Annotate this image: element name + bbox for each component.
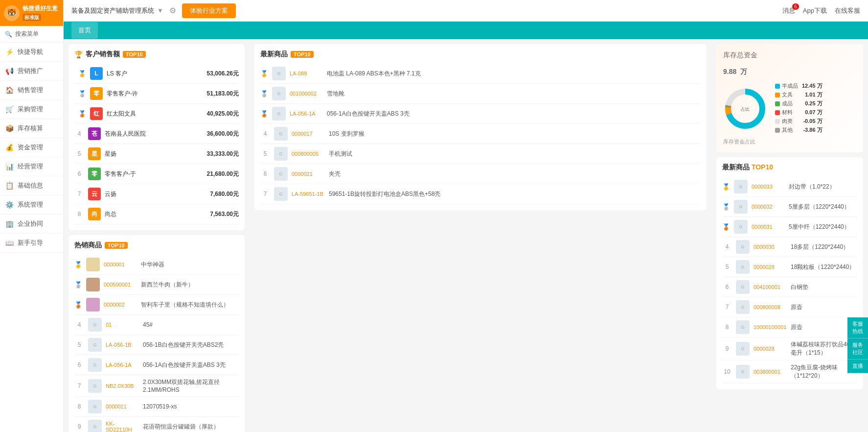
sidebar-search[interactable]: 🔍 搜索菜单: [0, 26, 63, 43]
purchase-icon: 🛒: [5, 105, 14, 114]
sidebar-item-guide[interactable]: 📖新手引导: [0, 234, 63, 253]
hot-product-item: 6GLA-056-1A056-1A白色按键开关盖ABS 3壳: [74, 355, 239, 375]
customer-avatar: 零: [90, 87, 103, 100]
legend-item: 成品0.25 万: [775, 100, 822, 107]
legend-value: 0.25 万: [805, 100, 822, 107]
sidebar-item-quick[interactable]: ⚡快捷导航: [0, 43, 63, 62]
sidebar-item-system[interactable]: ⚙️系统管理: [0, 195, 63, 215]
new-product-mid-item: 6G0000021夹壳: [260, 164, 701, 184]
medal-icon: 🥈: [78, 90, 86, 97]
customer-rank-item: 🥉 红 红太阳文具 40,925.00元: [74, 104, 239, 124]
customer-avatar: L: [90, 67, 103, 80]
legend-label: 材料: [782, 109, 801, 116]
inventory-value: 9.88 万: [723, 62, 856, 77]
product-name: 5厘多层（1220*2440）: [789, 203, 857, 211]
rank-number: 8: [74, 403, 84, 410]
online-service-link[interactable]: 在线客服: [835, 6, 860, 15]
sidebar-item-operation[interactable]: 📊经营管理: [0, 157, 63, 176]
medal-icon: 🥇: [722, 183, 730, 191]
sidebar-label-coop: 企业协同: [18, 219, 43, 228]
customer-value: 53,006.26元: [207, 70, 239, 78]
sidebar-item-purchase[interactable]: 🛒采购管理: [0, 100, 63, 119]
message-badge-container[interactable]: 消息 6: [782, 6, 795, 15]
logo-name: 畅捷通好生意: [23, 5, 58, 13]
hot-product-item: 5GLA-056-1B056-1B白色按键开关壳ABS2壳: [74, 335, 239, 355]
customer-name: 零售客户-于: [105, 170, 203, 178]
legend-label: 其他: [782, 126, 799, 134]
product-image-placeholder: G: [88, 318, 102, 332]
topbar-system: 装备及固定资产辅助管理系统 ▼: [71, 6, 163, 15]
operation-icon: 📊: [5, 162, 14, 171]
new-product-right-item: 🥇G0000033封边带（1.0*22）: [722, 177, 857, 197]
legend-color: [775, 101, 780, 106]
sidebar-label-marketing: 营销推广: [18, 67, 43, 75]
sidebar-item-finance[interactable]: 💰资金管理: [0, 138, 63, 157]
product-code: KK-SD22110H: [106, 421, 139, 432]
sidebar-item-sales[interactable]: 🏠销售管理: [0, 81, 63, 100]
new-product-right-item: 🥈G00000325厘多层（1220*2440）: [722, 197, 857, 217]
product-name: 2.0X30MM双搓花轴,搓花直径2.1MM/ROHS: [143, 378, 239, 393]
new-product-right-item: 7G000800008原壶: [722, 297, 857, 317]
customer-avatar: 云: [88, 188, 101, 200]
sidebar-label-finance: 资金管理: [18, 143, 43, 152]
product-image-placeholder: G: [274, 127, 288, 141]
gear-icon[interactable]: ⚙: [169, 6, 176, 15]
rank-number: 4: [722, 243, 732, 250]
rank-number: 7: [74, 191, 84, 197]
product-name: 056-1A白色按键开关盖ABS 3壳: [327, 110, 701, 118]
product-code: 000800008: [754, 304, 787, 310]
new-product-mid-item: 🥉GLA-056-1A056-1A白色按键开关盖ABS 3壳: [260, 104, 701, 124]
product-name: 59651-1B旋转投影灯电池盒ABS黑色+58壳: [329, 190, 701, 198]
sidebar-item-coop[interactable]: 🏢企业协同: [0, 215, 63, 234]
legend-color: [775, 110, 780, 115]
topbar: 装备及固定资产辅助管理系统 ▼ ⚙ 体验行业方案 消息 6 App下载 在线客服: [64, 0, 868, 22]
product-name: 新西兰牛肉（新牛）: [141, 281, 239, 289]
product-image-placeholder: G: [272, 107, 286, 120]
product-name: 花语萌恒温分罐罐袋（厚款）: [143, 423, 239, 431]
customer-value: 36,600.00元: [207, 130, 239, 138]
product-code: 0000002: [104, 302, 137, 308]
medal-icon: 🥉: [722, 223, 730, 231]
customer-value: 7,563.00元: [210, 210, 239, 218]
sales-icon: 🏠: [5, 86, 14, 95]
sidebar-item-inventory[interactable]: 📦库存核算: [0, 119, 63, 138]
sidebar-item-basic[interactable]: 📋基础信息: [0, 176, 63, 195]
product-code: LA-056-1A: [290, 111, 323, 117]
product-image-placeholder: G: [88, 338, 102, 352]
trial-button[interactable]: 体验行业方案: [182, 3, 236, 18]
new-products-right-list: 🥇G0000033封边带（1.0*22）🥈G00000325厘多层（1220*2…: [722, 177, 857, 384]
new-product-right-item: 10G00380000122g鱼豆腐-烧烤味（1*12*20）: [722, 360, 857, 384]
product-image-placeholder: G: [736, 300, 750, 314]
donut-chart: 占比: [723, 87, 767, 131]
live-btn[interactable]: 直播: [847, 360, 868, 373]
product-code: 004100001: [754, 284, 787, 290]
medal-icon: 🥉: [74, 301, 82, 309]
sidebar-item-marketing[interactable]: 📢营销推广: [0, 62, 63, 81]
customer-rank-item: 8 尚 尚总 7,563.00元: [74, 204, 239, 224]
legend-value: -3.86 万: [803, 126, 822, 134]
tab-home[interactable]: 首页: [71, 22, 98, 39]
product-image-placeholder: G: [274, 187, 288, 201]
customer-avatar: 零: [88, 168, 101, 180]
logo-badge: 标准版: [23, 14, 41, 21]
hot-product-item: 🥉0000002智利车子里（规格不知道填什么）: [74, 295, 239, 315]
service-hotline-btn[interactable]: 客服热线: [847, 317, 868, 338]
new-product-mid-item: 4G000001710S 变刹罗猴: [260, 124, 701, 144]
legend-label: 文具: [782, 91, 801, 98]
product-code: 0000032: [752, 204, 785, 210]
medal-icon: 🥈: [260, 90, 268, 97]
sidebar-label-sales: 销售管理: [18, 86, 43, 95]
customer-value: 40,925.00元: [207, 110, 239, 118]
sidebar-label-quick: 快捷导航: [18, 48, 43, 56]
app-download-link[interactable]: App下载: [803, 6, 827, 15]
product-image-placeholder: G: [736, 320, 750, 334]
inventory-card: 库存总资金 9.88 万: [716, 44, 863, 152]
service-community-btn[interactable]: 服务社区: [847, 338, 868, 360]
message-count: 6: [792, 3, 799, 10]
customer-value: 21,680.00元: [207, 170, 239, 178]
sidebar-label-inventory: 库存核算: [18, 124, 43, 133]
product-name: 10S 变刹罗猴: [329, 130, 701, 138]
product-code: 0000033: [752, 184, 785, 190]
product-image-placeholder: G: [274, 147, 288, 161]
dropdown-icon[interactable]: ▼: [157, 7, 163, 14]
